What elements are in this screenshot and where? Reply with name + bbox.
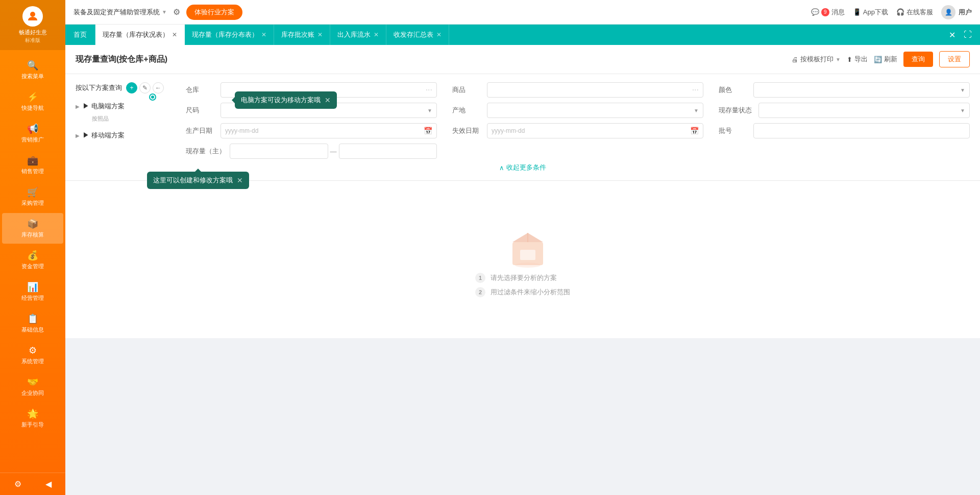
- collapse-sidebar-btn[interactable]: ◀: [43, 477, 54, 491]
- sidebar-item-search[interactable]: 🔍 搜索菜单: [2, 55, 63, 85]
- stock-state-select[interactable]: ▼: [758, 103, 970, 118]
- step-number-1: 1: [475, 273, 485, 283]
- print-icon: 🖨: [792, 56, 798, 63]
- dots-icon: ···: [426, 85, 432, 95]
- sidebar-item-marketing[interactable]: 📢 营销推广: [2, 118, 63, 149]
- tab-close-icon[interactable]: ✕: [374, 31, 379, 38]
- sidebar-item-operations[interactable]: 📊 经营管理: [2, 276, 63, 307]
- avatar-icon: 👤: [945, 9, 952, 16]
- message-item[interactable]: 💬 9 消息: [811, 8, 845, 17]
- search-icon: 🔍: [27, 60, 38, 71]
- svg-rect-3: [520, 250, 535, 260]
- sidebar-item-finance[interactable]: 💰 资金管理: [2, 245, 63, 275]
- stock-qty-max[interactable]: [339, 144, 437, 159]
- tab-label: 收发存汇总表: [394, 30, 433, 39]
- step-1-label: 请先选择要分析的方案: [491, 273, 557, 282]
- empty-steps: 1 请先选择要分析的方案 2 用过滤条件来缩小分析范围: [475, 273, 570, 297]
- filter-header-actions: + ✎ ←: [126, 82, 164, 93]
- dots-icon: ···: [692, 85, 699, 95]
- logo-icon: [22, 6, 43, 27]
- scheme-sub-item[interactable]: 按照品: [86, 113, 178, 125]
- tabs-bar: 首页 现存量（库存状况表） ✕ 现存量（库存分布表） ✕ 库存批次账 ✕ 出入库…: [65, 25, 980, 45]
- settings-footer-btn[interactable]: ⚙: [12, 477, 23, 491]
- svg-point-5: [515, 263, 541, 268]
- empty-step-1: 1 请先选择要分析的方案: [475, 273, 570, 283]
- tab-home[interactable]: 首页: [65, 25, 95, 45]
- user-item[interactable]: 👤 用户: [941, 5, 972, 19]
- sub-label: 按照品: [92, 115, 109, 123]
- query-button[interactable]: 查询: [903, 52, 933, 67]
- expiry-date-input[interactable]: yyyy-mm-dd 📅: [487, 123, 703, 138]
- plus-icon: +: [130, 84, 133, 91]
- tab-home-label: 首页: [74, 30, 87, 39]
- maximize-btn[interactable]: ⛶: [962, 28, 974, 41]
- sidebar-item-system[interactable]: ⚙ 系统管理: [2, 340, 63, 370]
- stock-qty-min[interactable]: [230, 144, 328, 159]
- sidebar-item-basics[interactable]: 📋 基础信息: [2, 308, 63, 339]
- box-icon: 📦: [27, 218, 38, 229]
- tab-close-icon[interactable]: ✕: [261, 31, 266, 38]
- megaphone-icon: 📢: [27, 123, 38, 134]
- color-select[interactable]: ▼: [753, 82, 970, 98]
- sidebar-item-quicknav[interactable]: ⚡ 快捷导航: [2, 86, 63, 117]
- edit-icon: ✎: [142, 84, 148, 91]
- origin-select[interactable]: ▼: [487, 103, 703, 118]
- scheme-tooltip: 电脑方案可设为移动方案哦 ✕: [235, 91, 337, 109]
- user-label: 用户: [959, 8, 972, 17]
- chevron-down-icon: ▼: [427, 108, 432, 113]
- stock-qty-label: 现存量（主）: [186, 147, 226, 156]
- export-button[interactable]: ⬆ 导出: [847, 55, 868, 64]
- set-button[interactable]: 设置: [939, 51, 970, 67]
- add-scheme-btn[interactable]: +: [126, 82, 137, 93]
- export-icon: ⬆: [847, 56, 852, 63]
- batch-label: 批号: [719, 126, 749, 135]
- scheme-tooltip-close[interactable]: ✕: [325, 96, 331, 104]
- batch-input[interactable]: [753, 123, 970, 138]
- online-service-item[interactable]: 🎧 在线客服: [896, 8, 933, 17]
- sidebar-item-inventory[interactable]: 📦 库存核算: [2, 213, 63, 244]
- expiry-date-filter: 失效日期 yyyy-mm-dd 📅: [452, 123, 703, 138]
- tab-close-icon[interactable]: ✕: [317, 31, 323, 38]
- desktop-scheme-sub: 按照品: [86, 113, 178, 125]
- desktop-scheme-item[interactable]: ▶ ▶ 电脑端方案: [76, 100, 178, 113]
- tab-inventory-dist[interactable]: 现存量（库存分布表） ✕: [185, 25, 274, 45]
- sidebar-item-sales[interactable]: 💼 销售管理: [2, 150, 63, 180]
- step-number-2: 2: [475, 287, 485, 297]
- create-tooltip-close[interactable]: ✕: [237, 176, 243, 184]
- mobile-scheme-item[interactable]: ▶ ▶ 移动端方案: [76, 129, 178, 142]
- filter-section: 按以下方案查询 + ✎ ←: [65, 74, 980, 181]
- tab-summary[interactable]: 收发存汇总表 ✕: [386, 25, 449, 45]
- close-all-tabs-btn[interactable]: ✕: [947, 28, 958, 42]
- trial-button[interactable]: 体验行业方案: [186, 5, 242, 20]
- header-left: 装备及固定资产辅助管理系统 ▼ ⚙ 体验行业方案: [74, 5, 242, 20]
- settings-gear-icon[interactable]: ⚙: [173, 7, 180, 17]
- sidebar-item-label: 系统管理: [21, 358, 44, 365]
- tab-inventory-status[interactable]: 现存量（库存状况表） ✕: [95, 25, 185, 45]
- message-label: 消息: [831, 8, 845, 17]
- product-select[interactable]: ···: [487, 82, 703, 98]
- sidebar-item-enterprise[interactable]: 🤝 企业协同: [2, 371, 63, 402]
- origin-filter: 产地 ▼: [452, 103, 703, 118]
- empty-step-2: 2 用过滤条件来缩小分析范围: [475, 287, 570, 297]
- sidebar-item-purchase[interactable]: 🛒 采购管理: [2, 181, 63, 212]
- export-label: 导出: [854, 55, 868, 64]
- expiry-date-placeholder: yyyy-mm-dd: [492, 127, 525, 134]
- refresh-button[interactable]: 🔄 刷新: [874, 55, 897, 64]
- system-selector[interactable]: 装备及固定资产辅助管理系统 ▼: [74, 8, 167, 17]
- tab-in-out-flow[interactable]: 出入库流水 ✕: [330, 25, 386, 45]
- tab-close-icon[interactable]: ✕: [172, 31, 177, 38]
- back-btn[interactable]: ←: [153, 82, 164, 93]
- tab-close-icon[interactable]: ✕: [436, 31, 442, 38]
- app-download-item[interactable]: 📱 App下载: [853, 8, 888, 17]
- color-label: 颜色: [719, 85, 749, 95]
- tab-batch-ledger[interactable]: 库存批次账 ✕: [274, 25, 330, 45]
- collapse-filter-btn[interactable]: ∧ 收起更多条件: [76, 159, 970, 172]
- print-button[interactable]: 🖨 按模板打印 ▼: [792, 55, 841, 64]
- desktop-scheme-label: ▶ 电脑端方案: [83, 102, 125, 111]
- edit-scheme-btn[interactable]: ✎: [139, 82, 151, 93]
- sidebar-item-label: 资金管理: [21, 263, 44, 270]
- scheme-tree: ▶ ▶ 电脑端方案 按照品 ▶ ▶ 移动端方案: [76, 100, 178, 142]
- sidebar-item-guide[interactable]: 🌟 新手引导: [2, 403, 63, 434]
- production-date-input[interactable]: yyyy-mm-dd 📅: [220, 123, 437, 138]
- mobile-scheme-label: ▶ 移动端方案: [83, 131, 125, 140]
